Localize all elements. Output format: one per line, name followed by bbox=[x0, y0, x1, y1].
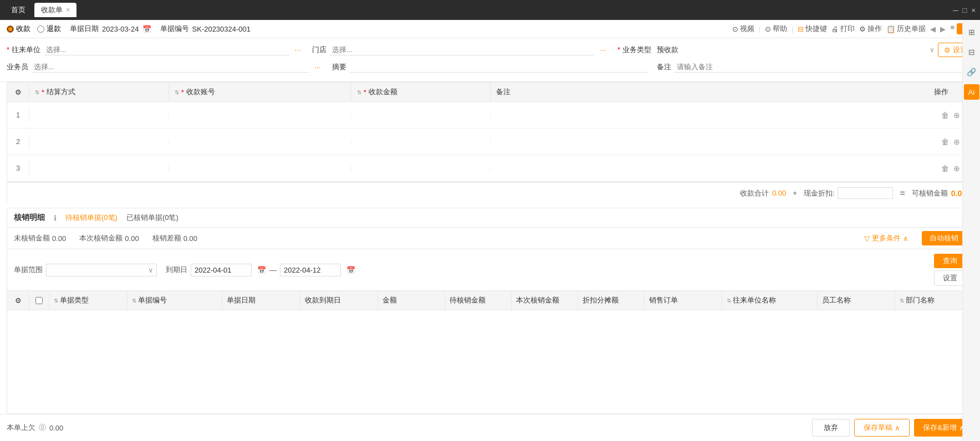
staff-more-btn[interactable]: ··· bbox=[312, 63, 323, 71]
shop-more-btn[interactable]: ··· bbox=[598, 45, 609, 54]
copy-icon-3[interactable]: ⊕ bbox=[953, 164, 960, 173]
date-value: 2023-03-24 bbox=[102, 25, 139, 33]
dth-salesorder: 销售订单 bbox=[645, 291, 723, 310]
date-from-input[interactable] bbox=[191, 264, 252, 276]
dth-settings[interactable]: ⚙ bbox=[7, 292, 29, 309]
home-tab-label: 首页 bbox=[11, 6, 25, 14]
close-tab-icon[interactable]: × bbox=[66, 6, 70, 14]
radio-collect[interactable]: 收款 bbox=[7, 24, 30, 34]
operation-icon: ⚙ bbox=[859, 25, 866, 33]
td-account-3[interactable] bbox=[169, 165, 351, 172]
td-num-1: 1 bbox=[7, 107, 29, 122]
verify-info-icon[interactable]: ℹ bbox=[54, 214, 57, 222]
operation-label: 操作 bbox=[867, 24, 882, 34]
date-to-calendar-icon[interactable]: 📅 bbox=[346, 266, 355, 274]
draft-button[interactable]: 保存草稿 ∧ bbox=[854, 419, 910, 437]
uncleared-label: 未核销金额 bbox=[14, 233, 50, 243]
layout-list-icon[interactable]: ≡ bbox=[950, 23, 955, 34]
td-remark-1[interactable] bbox=[491, 112, 928, 119]
nav-right-icon[interactable]: ▶ bbox=[940, 25, 946, 33]
th-settings[interactable]: ⚙ bbox=[7, 84, 29, 101]
billno-label: 单据编号 bbox=[160, 24, 189, 34]
nav-left-icon[interactable]: ◀ bbox=[930, 25, 936, 33]
right-sidebar: ⊞ ⊟ 🔗 Ai bbox=[962, 20, 980, 441]
available-label: 可核销金额 bbox=[912, 188, 948, 198]
abandon-button[interactable]: 放弃 bbox=[812, 419, 850, 437]
delete-icon-2[interactable]: 🗑 bbox=[941, 137, 949, 146]
td-remark-2[interactable] bbox=[491, 139, 928, 145]
nav-tab-home[interactable]: 首页 bbox=[4, 3, 32, 17]
summary-input[interactable] bbox=[350, 61, 649, 73]
biztype-dropdown-icon[interactable]: ∨ bbox=[930, 46, 935, 54]
discount-label: 现金折扣: bbox=[804, 188, 835, 198]
help-action[interactable]: ⊙ 帮助 bbox=[765, 24, 787, 34]
query-button[interactable]: 查询 bbox=[934, 254, 966, 268]
window-min-icon[interactable]: ─ bbox=[953, 6, 958, 14]
shortcut-action[interactable]: ⊟ 快捷键 bbox=[798, 24, 827, 34]
td-method-1[interactable] bbox=[29, 112, 169, 119]
discount-item: 现金折扣: bbox=[804, 187, 894, 199]
delete-icon-3[interactable]: 🗑 bbox=[941, 164, 949, 173]
date-from-calendar-icon[interactable]: 📅 bbox=[257, 266, 266, 274]
date-to-input[interactable] bbox=[280, 264, 341, 276]
sidebar-icon-table[interactable]: ⊞ bbox=[964, 24, 979, 40]
print-action[interactable]: 🖨 打印 bbox=[831, 24, 855, 34]
counterparty-more-btn[interactable]: ··· bbox=[292, 45, 303, 54]
bottom-info-icon[interactable]: ⓪ bbox=[39, 423, 46, 433]
auto-verify-button[interactable]: 自动核销 bbox=[922, 231, 966, 245]
history-icon: 📋 bbox=[886, 25, 895, 33]
radio-refund[interactable]: 退款 bbox=[37, 24, 61, 34]
date-label: 单据日期 bbox=[70, 24, 99, 34]
td-amount-1[interactable] bbox=[351, 112, 491, 119]
window-close-icon[interactable]: × bbox=[971, 6, 976, 14]
print-icon: 🖨 bbox=[831, 25, 839, 33]
sidebar-icon-link[interactable]: 🔗 bbox=[964, 64, 979, 80]
th-amount: ⇅ * 收款金额 bbox=[351, 83, 491, 101]
td-account-2[interactable] bbox=[169, 139, 351, 145]
uncleared-stat: 未核销金额 0.00 bbox=[14, 233, 66, 243]
gear-icon: ⚙ bbox=[944, 46, 951, 54]
td-method-3[interactable] bbox=[29, 165, 169, 172]
filter-settings-button[interactable]: 设置 bbox=[934, 270, 966, 286]
video-action[interactable]: ⊙ 视频 bbox=[732, 24, 754, 34]
more-conditions-btn[interactable]: ▽ 更多条件 ∧ bbox=[864, 233, 908, 243]
print-label: 打印 bbox=[840, 24, 855, 34]
td-remark-3[interactable] bbox=[491, 165, 928, 172]
nav-tab-active[interactable]: 收款单 × bbox=[34, 3, 76, 17]
divider1: | bbox=[759, 25, 760, 33]
dth-department: ⇅ 部门名称 bbox=[895, 291, 973, 310]
staff-input[interactable] bbox=[32, 61, 309, 73]
history-action[interactable]: 📋 历史单据 bbox=[886, 24, 926, 34]
form-row-2: 业务员 ··· 摘要 备注 bbox=[7, 61, 973, 73]
copy-icon-1[interactable]: ⊕ bbox=[953, 111, 960, 120]
delete-icon-1[interactable]: 🗑 bbox=[941, 111, 949, 120]
radio-collect-label: 收款 bbox=[16, 24, 30, 34]
staff-field: 业务员 ··· bbox=[7, 61, 323, 73]
receipt-table: ⚙ ⇅ * 结算方式 ⇅ * 收款账号 ⇅ * 收款金额 备注 操作 bbox=[7, 82, 973, 182]
dth-date: 单据日期 bbox=[222, 291, 300, 310]
td-account-1[interactable] bbox=[169, 112, 351, 119]
td-amount-2[interactable] bbox=[351, 139, 491, 145]
th-account: ⇅ * 收款账号 bbox=[169, 83, 351, 101]
td-amount-3[interactable] bbox=[351, 165, 491, 172]
pending-tab[interactable]: 待核销单据(0笔) bbox=[65, 213, 118, 223]
counterparty-input[interactable] bbox=[44, 44, 289, 55]
td-method-2[interactable] bbox=[29, 139, 169, 145]
select-all-checkbox[interactable] bbox=[35, 297, 43, 304]
remark-input[interactable] bbox=[675, 61, 973, 73]
counterparty-field: * 往来单位 ··· bbox=[7, 44, 303, 55]
range-select[interactable] bbox=[46, 264, 157, 276]
copy-icon-2[interactable]: ⊕ bbox=[953, 137, 960, 146]
current-verify-label: 本次核销金额 bbox=[79, 233, 122, 243]
sidebar-icon-ai[interactable]: Ai bbox=[964, 84, 979, 100]
sidebar-icon-list[interactable]: ⊟ bbox=[964, 44, 979, 60]
operation-action[interactable]: ⚙ 操作 bbox=[859, 24, 882, 34]
completed-tab[interactable]: 已核销单据(0笔) bbox=[126, 213, 178, 223]
chevron-up-icon: ∧ bbox=[903, 234, 908, 243]
billno-field-group: 单据编号 SK-20230324-001 bbox=[160, 24, 251, 34]
summary-row: 收款合计 0.00 + 现金折扣: = 可核销金额 0.00 bbox=[7, 182, 973, 203]
shop-input[interactable] bbox=[330, 44, 594, 55]
discount-input[interactable] bbox=[838, 187, 893, 199]
window-max-icon[interactable]: □ bbox=[963, 6, 967, 14]
calendar-icon[interactable]: 📅 bbox=[142, 25, 151, 33]
